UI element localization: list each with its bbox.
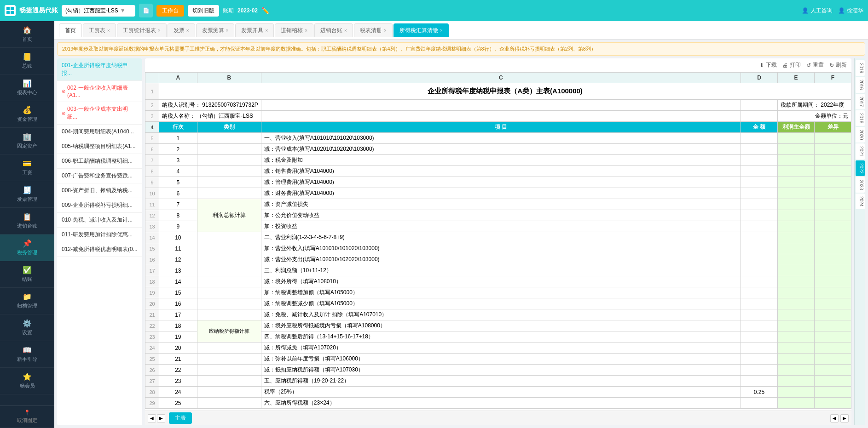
row-17-amount[interactable] <box>741 265 778 276</box>
row-22-amount[interactable] <box>741 320 778 331</box>
tab-invoice-close[interactable]: × <box>186 28 189 33</box>
row-26-amount[interactable] <box>741 365 778 376</box>
tab-tax-clear-close[interactable]: × <box>384 28 387 33</box>
row-12-profit[interactable] <box>778 210 815 221</box>
timeline-2022[interactable]: 2022 <box>856 160 865 176</box>
timeline-2020[interactable]: 2020 <box>856 127 865 143</box>
row-22-profit[interactable] <box>778 320 815 331</box>
row-20-amount[interactable] <box>741 298 778 309</box>
row-20-profit[interactable] <box>778 298 815 309</box>
sheet-nav-right[interactable]: ▶ <box>157 414 165 422</box>
period-edit-icon[interactable]: ✏️ <box>261 7 269 14</box>
timeline-2016[interactable]: 2016 <box>856 77 865 92</box>
row-28-amount[interactable]: 0.25 <box>741 387 778 398</box>
row-6-profit[interactable] <box>778 144 815 155</box>
tree-item-004[interactable]: 004-期间费用明细表(A1040... <box>57 125 142 139</box>
row-13-amount[interactable] <box>741 221 778 232</box>
refresh-button[interactable]: ↻ 刷新 <box>829 61 847 69</box>
tree-item-007[interactable]: 007-广告费和业务宣传费跌... <box>57 169 142 183</box>
sidebar-item-fixed[interactable]: 🏢 固定资产 <box>0 128 54 154</box>
row-19-profit[interactable] <box>778 287 815 298</box>
tab-sales-ledger[interactable]: 进销台账 × <box>314 23 353 37</box>
sheet-container[interactable]: A B C D E F <box>145 72 851 411</box>
company-selector[interactable]: (勾销）江西服宝-LSS ▼ <box>62 5 135 17</box>
row-14-profit[interactable] <box>778 232 815 243</box>
timeline-2017[interactable]: 2017 <box>856 94 865 109</box>
row-16-amount[interactable] <box>741 254 778 265</box>
row-29-amount[interactable] <box>741 398 778 409</box>
timeline-2018[interactable]: 2018 <box>856 110 865 126</box>
row-14-amount[interactable] <box>741 232 778 243</box>
row-8-amount[interactable] <box>741 166 778 177</box>
row-29-profit[interactable] <box>778 398 815 409</box>
row-15-amount[interactable] <box>741 243 778 254</box>
tab-income-tax-close[interactable]: × <box>440 28 443 33</box>
row-25-amount[interactable] <box>741 354 778 365</box>
tree-item-003[interactable]: ⊘ 003-一般企业成本支出明细... <box>57 102 142 125</box>
tab-invoice-open-close[interactable]: × <box>265 28 268 33</box>
tree-item-008[interactable]: 008-资产折旧、摊销及纳税... <box>57 183 142 198</box>
row-9-amount[interactable] <box>741 177 778 188</box>
row-17-profit[interactable] <box>778 265 815 276</box>
row-10-profit[interactable] <box>778 188 815 199</box>
timeline-2023[interactable]: 2023 <box>856 177 865 193</box>
timeline-2019[interactable]: 2019 <box>856 60 865 76</box>
row-7-amount[interactable] <box>741 155 778 166</box>
row-11-profit[interactable] <box>778 199 815 210</box>
tab-invoice-calc-close[interactable]: × <box>226 28 229 33</box>
tree-item-009[interactable]: 009-企业所得税补亏损明细... <box>57 198 142 213</box>
tab-sales-verify[interactable]: 进销稽核 × <box>275 23 313 37</box>
tab-income-tax[interactable]: 所得税汇算清缴 × <box>393 23 449 37</box>
tree-item-010[interactable]: 010-免税、减计收入及加计... <box>57 213 142 228</box>
timeline-2021[interactable]: 2021 <box>856 143 865 159</box>
sidebar-item-home[interactable]: 🏠 首页 <box>0 21 54 48</box>
sidebar-item-salary[interactable]: 💳 工资 <box>0 154 54 181</box>
timeline-2024[interactable]: 2024 <box>856 194 865 209</box>
row-11-amount[interactable] <box>741 199 778 210</box>
cancel-fixed-btn[interactable]: 📍 取消固定 <box>0 406 54 428</box>
sheet-tab-main[interactable]: 主表 <box>169 412 192 424</box>
tab-home[interactable]: 首页 <box>59 23 82 37</box>
sidebar-item-tax[interactable]: 📌 税务管理 <box>0 234 54 261</box>
row-23-amount[interactable] <box>741 331 778 342</box>
scroll-left-btn[interactable]: ◀ <box>830 414 839 422</box>
row-12-amount[interactable] <box>741 210 778 221</box>
row-27-amount[interactable] <box>741 376 778 387</box>
sidebar-item-sales[interactable]: 📋 进销台账 <box>0 208 54 234</box>
print-button[interactable]: 🖨 打印 <box>782 61 801 69</box>
tree-item-002[interactable]: ⊘ 002-一般企业收入明细表(A1... <box>57 81 142 102</box>
tab-salary-stats[interactable]: 工资统计报表 × <box>117 23 167 37</box>
sidebar-item-archive[interactable]: 📁 归档管理 <box>0 288 54 314</box>
tree-item-012[interactable]: 012-减免所得税优惠明细表(0... <box>57 242 142 257</box>
row-16-profit[interactable] <box>778 254 815 265</box>
row-5-profit[interactable] <box>778 133 815 144</box>
row-13-profit[interactable] <box>778 221 815 232</box>
row-19-amount[interactable] <box>741 287 778 298</box>
row-7-profit[interactable] <box>778 155 815 166</box>
row-26-profit[interactable] <box>778 365 815 376</box>
sidebar-item-member[interactable]: ⭐ 畅会员 <box>0 368 54 394</box>
tree-item-005[interactable]: 005-纳税调整项目明细表(A1... <box>57 139 142 154</box>
sidebar-item-invoice[interactable]: 🧾 发票管理 <box>0 181 54 208</box>
download-button[interactable]: ⬇ 下载 <box>759 61 777 69</box>
row-10-amount[interactable] <box>741 188 778 199</box>
tab-tax-clear[interactable]: 税表清册 × <box>354 23 393 37</box>
doc-icon-btn[interactable]: 📄 <box>139 4 153 17</box>
tab-invoice-open[interactable]: 发票开具 × <box>235 23 274 37</box>
tab-salary-table[interactable]: 工资表 × <box>83 23 116 37</box>
tree-item-011[interactable]: 011-研发费用加计扣除优惠... <box>57 228 142 242</box>
row-8-profit[interactable] <box>778 166 815 177</box>
row-18-amount[interactable] <box>741 276 778 287</box>
row-6-amount[interactable] <box>741 144 778 155</box>
scroll-right-btn[interactable]: ▶ <box>840 414 849 422</box>
workbench-button[interactable]: 工作台 <box>156 5 184 17</box>
sidebar-item-guide[interactable]: 📖 新手引导 <box>0 341 54 368</box>
row-9-profit[interactable] <box>778 177 815 188</box>
sidebar-item-ledger[interactable]: 📒 总账 <box>0 48 54 74</box>
row-24-profit[interactable] <box>778 342 815 354</box>
cut-day-button[interactable]: 切到旧版 <box>188 5 219 17</box>
row-15-profit[interactable] <box>778 243 815 254</box>
user-profile-btn[interactable]: 👤 徐滢华 <box>838 7 863 15</box>
row-23-profit[interactable] <box>778 331 815 342</box>
sheet-nav-left[interactable]: ◀ <box>148 414 156 422</box>
